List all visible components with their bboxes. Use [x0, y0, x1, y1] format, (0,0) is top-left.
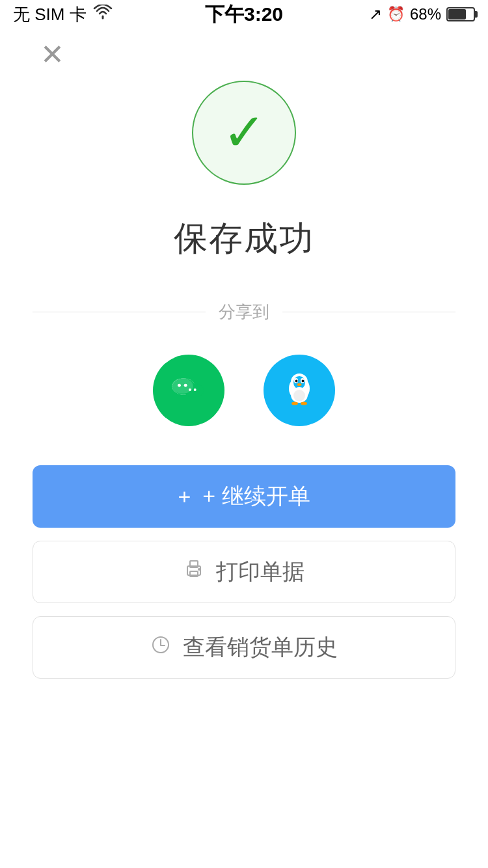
- svg-point-3: [172, 379, 193, 394]
- status-bar: 无 SIM 卡 下午3:20 ↗ ⏰ 68%: [0, 0, 488, 29]
- location-icon: ↗: [369, 5, 382, 23]
- qq-icon: [280, 372, 318, 409]
- battery-bar: [446, 7, 475, 21]
- success-title: 保存成功: [174, 216, 314, 262]
- carrier-text: 无 SIM 卡: [13, 3, 87, 26]
- print-icon: [183, 560, 204, 585]
- share-label: 分享到: [219, 301, 269, 323]
- alarm-icon: ⏰: [387, 6, 405, 23]
- success-circle: ✓: [192, 81, 296, 185]
- svg-point-15: [302, 380, 305, 383]
- svg-point-19: [291, 402, 298, 405]
- print-label: 打印单据: [216, 557, 305, 587]
- continue-button[interactable]: + + 继续开单: [33, 465, 455, 528]
- continue-label: + 继续开单: [202, 481, 310, 511]
- history-icon: [150, 634, 171, 660]
- divider-left: [33, 312, 206, 312]
- svg-point-20: [301, 402, 307, 405]
- svg-point-14: [295, 380, 298, 383]
- checkmark-icon: ✓: [223, 107, 266, 159]
- svg-point-4: [178, 384, 181, 387]
- share-icons: [33, 355, 455, 426]
- status-time: 下午3:20: [205, 1, 283, 28]
- history-button[interactable]: 查看销货单历史: [33, 616, 455, 679]
- share-divider: 分享到: [33, 301, 455, 323]
- close-icon: ✕: [40, 40, 64, 69]
- svg-point-6: [189, 388, 191, 391]
- battery-percent: 68%: [410, 5, 441, 23]
- wechat-icon: [169, 370, 209, 411]
- svg-point-5: [184, 384, 187, 387]
- svg-point-16: [297, 383, 302, 386]
- close-button[interactable]: ✕: [33, 35, 72, 74]
- svg-point-7: [194, 388, 197, 391]
- status-left: 无 SIM 卡: [13, 3, 113, 26]
- history-label: 查看销货单历史: [183, 632, 338, 662]
- status-right: ↗ ⏰ 68%: [369, 5, 475, 23]
- print-button[interactable]: 打印单据: [33, 541, 455, 603]
- action-buttons: + + 继续开单 打印单据 查看销货单历史: [0, 465, 488, 679]
- battery-fill: [448, 9, 466, 20]
- main-content: ✓ 保存成功 分享到: [0, 29, 488, 679]
- svg-point-24: [198, 568, 200, 571]
- qq-share-button[interactable]: [264, 355, 335, 426]
- divider-right: [282, 312, 455, 312]
- continue-icon: +: [178, 484, 191, 509]
- wechat-share-button[interactable]: [153, 355, 224, 426]
- share-section: 分享到: [0, 301, 488, 426]
- svg-point-18: [293, 390, 305, 401]
- wifi-icon: [93, 5, 113, 25]
